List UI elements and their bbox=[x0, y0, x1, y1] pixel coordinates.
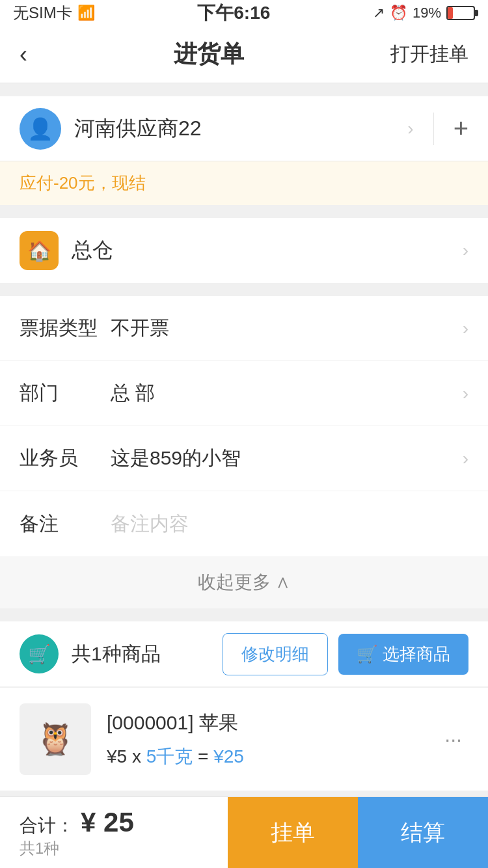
checkout-button[interactable]: 结算 bbox=[358, 797, 488, 868]
warehouse-name: 总仓 bbox=[72, 236, 463, 265]
alarm-icon: ⏰ bbox=[390, 5, 407, 21]
product-code: [0000001] bbox=[107, 712, 193, 733]
dept-value: 总 部 bbox=[111, 380, 463, 407]
hang-button[interactable]: 挂单 bbox=[228, 797, 358, 868]
total-sub: 共1种 bbox=[20, 838, 208, 859]
supplier-name: 河南供应商22 bbox=[74, 115, 407, 143]
products-header: 🛒 共1种商品 修改明细 🛒 选择商品 bbox=[0, 621, 488, 686]
products-icon-symbol: 🛒 bbox=[28, 644, 51, 665]
supplier-divider bbox=[433, 113, 434, 145]
add-button[interactable]: + bbox=[454, 114, 468, 143]
notice-bar: 应付-20元，现结 bbox=[0, 161, 488, 205]
warehouse-arrow-icon: › bbox=[463, 240, 468, 261]
battery-icon bbox=[446, 6, 475, 20]
supplier-section[interactable]: 👤 河南供应商22 › + bbox=[0, 96, 488, 161]
warehouse-icon: 🏠 bbox=[20, 231, 59, 270]
product-more-button[interactable]: ··· bbox=[438, 721, 468, 758]
gap-3 bbox=[0, 283, 488, 296]
avatar-icon: 👤 bbox=[27, 116, 53, 141]
status-bar: 无SIM卡 📶 下午6:16 ↗ ⏰ 19% bbox=[0, 0, 488, 26]
product-thumb-icon: 🦉 bbox=[36, 721, 75, 757]
products-icon: 🛒 bbox=[20, 634, 59, 673]
status-right: ↗ ⏰ 19% bbox=[373, 5, 475, 21]
content: 👤 河南供应商22 › + 应付-20元，现结 🏠 总仓 › 票据类型 不开票 … bbox=[0, 83, 488, 868]
total-row: 合计： ¥ 25 bbox=[20, 807, 208, 838]
gap-1 bbox=[0, 83, 488, 96]
sales-value: 这是859的小智 bbox=[111, 445, 463, 472]
product-equals: = bbox=[198, 746, 213, 766]
product-thumbnail: 🦉 bbox=[20, 703, 91, 775]
remark-row[interactable]: 备注 备注内容 bbox=[0, 491, 488, 556]
remark-input[interactable]: 备注内容 bbox=[111, 511, 468, 537]
product-title: 苹果 bbox=[199, 712, 238, 733]
invoice-label: 票据类型 bbox=[20, 315, 98, 342]
product-info: [0000001] 苹果 ¥5 x 5千克 = ¥25 bbox=[107, 710, 438, 769]
select-product-icon: 🛒 bbox=[357, 644, 377, 664]
invoice-value: 不开票 bbox=[111, 315, 463, 342]
warehouse-icon-symbol: 🏠 bbox=[27, 239, 51, 262]
status-left: 无SIM卡 📶 bbox=[13, 3, 95, 23]
select-product-button[interactable]: 🛒 选择商品 bbox=[338, 634, 468, 675]
product-qty: 5千克 bbox=[146, 746, 193, 766]
product-item: 🦉 [0000001] 苹果 ¥5 x 5千克 = ¥25 ··· bbox=[0, 688, 488, 791]
supplier-arrow-icon: › bbox=[407, 118, 413, 139]
total-label: 合计： bbox=[20, 813, 74, 838]
back-button[interactable]: ‹ bbox=[20, 41, 27, 68]
location-icon: ↗ bbox=[373, 5, 385, 21]
product-name: [0000001] 苹果 bbox=[107, 710, 438, 737]
collapse-button[interactable]: 收起更多 ∧ bbox=[0, 556, 488, 608]
dept-arrow-icon: › bbox=[463, 383, 468, 404]
modify-detail-button[interactable]: 修改明细 bbox=[223, 633, 328, 675]
product-total: ¥25 bbox=[213, 746, 244, 766]
form-section: 票据类型 不开票 › 部门 总 部 › 业务员 这是859的小智 › 备注 备注… bbox=[0, 296, 488, 556]
nav-bar: ‹ 进货单 打开挂单 bbox=[0, 26, 488, 83]
invoice-row[interactable]: 票据类型 不开票 › bbox=[0, 296, 488, 361]
open-hang-button[interactable]: 打开挂单 bbox=[390, 41, 468, 68]
sales-row[interactable]: 业务员 这是859的小智 › bbox=[0, 426, 488, 491]
wifi-icon: 📶 bbox=[77, 5, 95, 21]
invoice-arrow-icon: › bbox=[463, 318, 468, 339]
page-title: 进货单 bbox=[174, 38, 244, 70]
total-amount: ¥ 25 bbox=[81, 807, 134, 838]
sales-arrow-icon: › bbox=[463, 448, 468, 469]
select-product-label: 选择商品 bbox=[383, 643, 450, 666]
warehouse-section[interactable]: 🏠 总仓 › bbox=[0, 218, 488, 283]
product-multiply: x bbox=[132, 746, 146, 766]
notice-text: 应付-20元，现结 bbox=[20, 173, 146, 193]
status-time: 下午6:16 bbox=[197, 1, 270, 25]
carrier-text: 无SIM卡 bbox=[13, 3, 72, 23]
battery-percent: 19% bbox=[413, 5, 441, 21]
gap-4 bbox=[0, 608, 488, 621]
bottom-bar: 合计： ¥ 25 共1种 挂单 结算 bbox=[0, 796, 488, 868]
sales-label: 业务员 bbox=[20, 445, 98, 472]
total-section: 合计： ¥ 25 共1种 bbox=[0, 797, 228, 868]
product-price: ¥5 x 5千克 = ¥25 bbox=[107, 744, 438, 769]
supplier-avatar: 👤 bbox=[20, 108, 61, 150]
products-count: 共1种商品 bbox=[72, 641, 223, 668]
gap-2 bbox=[0, 205, 488, 218]
collapse-label: 收起更多 ∧ bbox=[198, 570, 291, 595]
dept-row[interactable]: 部门 总 部 › bbox=[0, 361, 488, 426]
product-unit-price: ¥5 bbox=[107, 746, 127, 766]
dept-label: 部门 bbox=[20, 380, 98, 407]
remark-label: 备注 bbox=[20, 511, 98, 537]
